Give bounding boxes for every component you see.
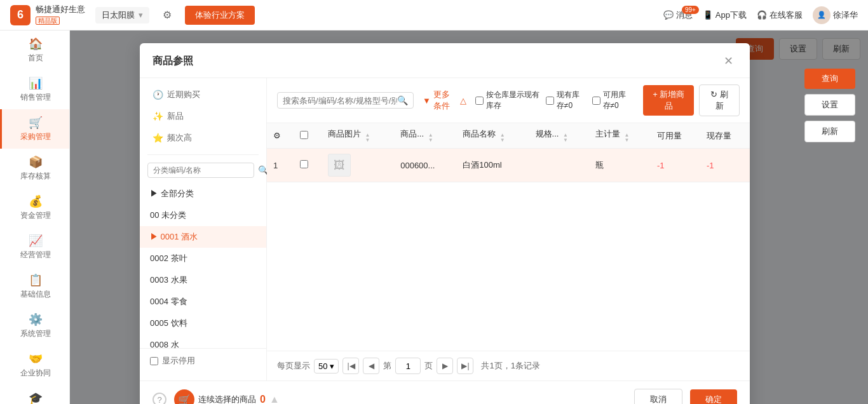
page-label: 第	[383, 360, 391, 372]
finance-icon: 💰	[29, 194, 43, 208]
category-search: 🔍 《	[140, 158, 266, 183]
col-stock: 现存量	[700, 123, 750, 149]
warehouse-filter[interactable]: 按仓库显示现有库存	[475, 90, 541, 111]
cat-item-drinks[interactable]: 0005 饮料	[140, 313, 266, 334]
stock-checkbox[interactable]	[546, 97, 554, 105]
cat-item-all[interactable]: ▶ 全部分类	[140, 183, 266, 205]
cat-item-tea[interactable]: 0002 茶叶	[140, 248, 266, 269]
bg-query-btn[interactable]: 查询	[804, 69, 855, 89]
cart-area[interactable]: 🛒 连续选择的商品 0 ▲	[174, 389, 280, 404]
sidebar-item-operations[interactable]: 📈 经营管理	[0, 227, 69, 267]
purchase-icon: 🛒	[29, 116, 43, 130]
row-index: 1	[267, 149, 294, 182]
message-nav-item[interactable]: 💬 消息 99+	[663, 10, 693, 21]
bg-settings-btn[interactable]: 设置	[804, 94, 855, 116]
row-unit: 瓶	[589, 149, 651, 182]
available-checkbox[interactable]	[592, 97, 600, 105]
new-icon: ✨	[153, 111, 163, 121]
show-disabled-checkbox[interactable]	[150, 357, 158, 365]
image-icon: 🖼	[334, 159, 345, 172]
col-settings[interactable]: ⚙	[267, 123, 294, 149]
sidebar-item-sales[interactable]: 📊 销售管理	[0, 70, 69, 109]
refresh-button[interactable]: ↻ 刷新	[699, 84, 740, 116]
sidebar-item-system[interactable]: ⚙️ 系统管理	[0, 306, 69, 346]
pagination-info: 共1页，1条记录	[481, 360, 539, 372]
next-page-button[interactable]: ▶	[437, 358, 453, 374]
cat-item-alcohol[interactable]: ▶ 0001 酒水	[140, 226, 266, 248]
chevron-down-icon: ▾	[330, 361, 334, 371]
last-page-button[interactable]: ▶|	[457, 358, 473, 374]
top-nav: 6 畅捷通好生意 精品版 日太阳膜 ▾ ⚙ 体验行业方案 💬 消息 99+ 📱 …	[0, 0, 868, 30]
continuous-label: 连续选择的商品	[198, 394, 256, 404]
row-select-checkbox[interactable]	[300, 160, 308, 168]
service-nav-item[interactable]: 🎧 在线客服	[757, 10, 803, 21]
chevron-up-icon: △	[460, 96, 466, 105]
row-available: -1	[651, 149, 700, 182]
quick-nav-new[interactable]: ✨ 新品	[147, 107, 259, 125]
available-filter[interactable]: 可用库存≠0	[592, 90, 634, 111]
sidebar-item-purchase[interactable]: 🛒 采购管理	[0, 109, 69, 149]
help-icon[interactable]: ?	[153, 393, 166, 404]
store-selector[interactable]: 日太阳膜 ▾	[95, 7, 149, 24]
per-page-select[interactable]: 50 ▾	[314, 359, 339, 374]
operations-icon: 📈	[29, 234, 43, 248]
logo-area: 6 畅捷通好生意 精品版	[10, 4, 85, 26]
add-product-button[interactable]: + 新增商品	[643, 85, 694, 116]
sidebar-item-collaboration[interactable]: 🤝 企业协同	[0, 346, 69, 385]
cancel-button[interactable]: 取消	[634, 389, 682, 404]
confirm-button[interactable]: 确定	[690, 389, 737, 404]
category-search-input[interactable]	[147, 163, 254, 178]
content-area: 查询 设置 刷新 商品参照 ✕	[70, 30, 868, 404]
system-icon: ⚙️	[29, 313, 43, 327]
sidebar-item-basic-info[interactable]: 📋 基础信息	[0, 267, 69, 306]
nav-right: 💬 消息 99+ 📱 App下载 🎧 在线客服 👤 徐泽华	[663, 6, 858, 24]
col-name: 商品名称 ▲▼	[456, 123, 529, 149]
table-row[interactable]: 1 🖼 000600... 白酒100ml	[267, 149, 750, 182]
prev-page-button[interactable]: ◀	[363, 358, 379, 374]
row-checkbox[interactable]	[294, 149, 322, 182]
sidebar-item-home[interactable]: 🏠 首页	[0, 30, 69, 70]
first-page-button[interactable]: |◀	[342, 358, 359, 374]
show-disabled-area: 显示停用	[140, 348, 266, 373]
star-icon: ⭐	[153, 133, 163, 143]
settings-icon[interactable]: ⚙	[157, 5, 177, 25]
cat-item-snacks[interactable]: 0004 零食	[140, 291, 266, 313]
filter-icon: ▼	[423, 96, 431, 105]
product-search-icon[interactable]: 🔍	[397, 95, 408, 105]
mobile-icon: 📱	[703, 10, 713, 20]
warehouse-checkbox[interactable]	[475, 97, 484, 105]
stock-filter[interactable]: 现有库存≠0	[546, 90, 587, 111]
quick-nav-frequent[interactable]: ⭐ 频次高	[147, 129, 259, 147]
bg-refresh-btn[interactable]: 刷新	[804, 121, 855, 142]
select-all-checkbox[interactable]	[300, 131, 308, 139]
guide-icon: 🎓	[29, 391, 43, 404]
col-checkbox[interactable]	[294, 123, 322, 149]
sidebar-item-guide[interactable]: 🎓 新手引导	[0, 385, 69, 404]
message-icon: 💬	[663, 10, 674, 20]
product-table-wrapper: ⚙ 商品图片 ▲▼ 商品... ▲▼	[267, 123, 750, 351]
app-download-nav-item[interactable]: 📱 App下载	[703, 10, 747, 21]
show-disabled-label[interactable]: 显示停用	[162, 355, 195, 367]
cat-item-water[interactable]: 0008 水	[140, 334, 266, 348]
logo-icon: 6	[10, 5, 31, 25]
sidebar-item-inventory[interactable]: 📦 库存核算	[0, 149, 69, 188]
page-suffix: 页	[424, 360, 433, 372]
page-input[interactable]	[395, 358, 421, 374]
avatar: 👤	[813, 6, 831, 24]
more-filter-button[interactable]: ▼ 更多条件 △	[419, 86, 470, 114]
inventory-icon: 📦	[29, 155, 43, 169]
user-nav-item[interactable]: 👤 徐泽华	[813, 6, 858, 24]
cat-item-fruit[interactable]: 0003 水果	[140, 269, 266, 291]
basic-info-icon: 📋	[29, 273, 43, 287]
chevron-down-icon: ▾	[139, 10, 143, 20]
experience-button[interactable]: 体验行业方案	[185, 6, 255, 25]
collapse-cart-icon[interactable]: ▲	[269, 394, 280, 404]
product-search-input[interactable]	[283, 96, 397, 105]
modal-close-button[interactable]: ✕	[719, 52, 737, 70]
clock-icon: 🕐	[153, 90, 163, 100]
sort-icon-spec: ▲▼	[563, 133, 568, 143]
quick-nav-recent[interactable]: 🕐 近期购买	[147, 86, 259, 104]
cat-item-uncategorized[interactable]: 00 未分类	[140, 205, 266, 226]
collab-icon: 🤝	[29, 352, 43, 366]
sidebar-item-finance[interactable]: 💰 资金管理	[0, 188, 69, 227]
